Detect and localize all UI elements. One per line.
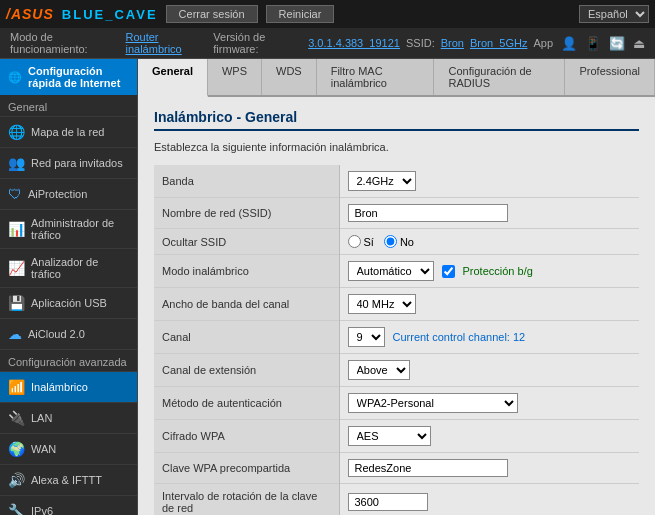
mobile-icon[interactable]: 📱 <box>585 36 601 51</box>
sidebar-label-admin-trafico: Administrador de tráfico <box>31 217 129 241</box>
sidebar-item-admin-trafico[interactable]: 📊 Administrador de tráfico <box>0 210 137 249</box>
row-autenticacion: Método de autenticación Open System WPA2… <box>154 387 639 420</box>
sidebar-item-aplicacion-usb[interactable]: 💾 Aplicación USB <box>0 288 137 319</box>
person-icon[interactable]: 👤 <box>561 36 577 51</box>
main-layout: 🌐 Configuración rápida de Internet Gener… <box>0 59 655 515</box>
general-section-label: General <box>0 95 137 117</box>
firmware-label: Versión de firmware: <box>213 31 302 55</box>
input-clave-wpa[interactable] <box>348 459 508 477</box>
checkbox-proteccion[interactable] <box>442 265 455 278</box>
advanced-section-label: Configuración avanzada <box>0 350 137 372</box>
proteccion-label: Protección b/g <box>463 265 533 277</box>
icon-group: App 👤 📱 🔄 ⏏ <box>533 36 645 51</box>
select-modo[interactable]: Automático <box>348 261 434 281</box>
sidebar-item-lan[interactable]: 🔌 LAN <box>0 403 137 434</box>
label-ancho-banda: Ancho de banda del canal <box>154 288 339 321</box>
sidebar-item-red-invitados[interactable]: 👥 Red para invitados <box>0 148 137 179</box>
radio-si[interactable] <box>348 235 361 248</box>
page-title: Inalámbrico - General <box>154 109 639 131</box>
select-autenticacion[interactable]: Open System WPA2-Personal WPA-Auto <box>348 393 518 413</box>
alexa-icon: 🔊 <box>8 472 25 488</box>
tab-radius[interactable]: Configuración de RADIUS <box>434 59 565 95</box>
ssid2[interactable]: Bron_5GHz <box>470 37 527 49</box>
brand-name: BLUE_CAVE <box>62 7 158 22</box>
select-canal-extension[interactable]: Above Below <box>348 360 410 380</box>
sidebar-label-aicloud: AiCloud 2.0 <box>28 328 85 340</box>
tab-bar: General WPS WDS Filtro MAC inalámbrico C… <box>138 59 655 97</box>
top-bar: /ASUS BLUE_CAVE Cerrar sesión Reiniciar … <box>0 0 655 28</box>
label-cifrado-wpa: Cifrado WPA <box>154 420 339 453</box>
tab-filtro-mac[interactable]: Filtro MAC inalámbrico <box>317 59 435 95</box>
sidebar-item-aiprotection[interactable]: 🛡 AiProtection <box>0 179 137 210</box>
info-bar: Modo de funcionamiento: Router inalámbri… <box>0 28 655 59</box>
logout-icon[interactable]: ⏏ <box>633 36 645 51</box>
row-canal-extension: Canal de extensión Above Below <box>154 354 639 387</box>
select-cifrado[interactable]: AES TKIP TKIP+AES <box>348 426 431 446</box>
sidebar-item-alexa[interactable]: 🔊 Alexa & IFTTT <box>0 465 137 496</box>
label-clave-wpa: Clave WPA precompartida <box>154 453 339 484</box>
modo-inalambrico-row: Automático Protección b/g <box>348 261 632 281</box>
sidebar-label-red-invitados: Red para invitados <box>31 157 123 169</box>
select-banda[interactable]: 2.4GHz 5GHz <box>348 171 416 191</box>
label-canal-extension: Canal de extensión <box>154 354 339 387</box>
row-ancho-banda: Ancho de banda del canal 20 MHz 40 MHz <box>154 288 639 321</box>
canal-row: 9 Current control channel: 12 <box>348 327 632 347</box>
input-intervalo[interactable] <box>348 493 428 511</box>
shield-icon: 🛡 <box>8 186 22 202</box>
label-ssid: Nombre de red (SSID) <box>154 198 339 229</box>
sidebar-label-alexa: Alexa & IFTTT <box>31 474 102 486</box>
tab-professional[interactable]: Professional <box>565 59 655 95</box>
select-ancho-banda[interactable]: 20 MHz 40 MHz <box>348 294 416 314</box>
users-icon: 👥 <box>8 155 25 171</box>
radio-no[interactable] <box>384 235 397 248</box>
tab-wds[interactable]: WDS <box>262 59 317 95</box>
network-icon: 🔌 <box>8 410 25 426</box>
sidebar-label-aplicacion-usb: Aplicación USB <box>31 297 107 309</box>
sidebar-item-ipv6[interactable]: 🔧 IPv6 <box>0 496 137 515</box>
refresh-icon[interactable]: 🔄 <box>609 36 625 51</box>
asus-logo: /ASUS <box>6 6 54 22</box>
language-select[interactable]: Español <box>579 5 649 23</box>
content-inner: Inalámbrico - General Establezca la sigu… <box>138 97 655 515</box>
usb-icon: 💾 <box>8 295 25 311</box>
row-intervalo-rotacion: Intervalo de rotación de la clave de red <box>154 484 639 516</box>
sidebar-item-inalambrico[interactable]: 📶 Inalámbrico <box>0 372 137 403</box>
page-description: Establezca la siguiente información inal… <box>154 141 639 153</box>
radio-no-label[interactable]: No <box>384 235 414 248</box>
sidebar-label-mapa-red: Mapa de la red <box>31 126 104 138</box>
ipv6-icon: 🔧 <box>8 503 25 515</box>
input-ssid[interactable] <box>348 204 508 222</box>
globe-icon: 🌐 <box>8 124 25 140</box>
label-intervalo-rotacion: Intervalo de rotación de la clave de red <box>154 484 339 516</box>
globe-icon: 🌐 <box>8 71 22 84</box>
radio-si-label[interactable]: Sí <box>348 235 374 248</box>
select-canal[interactable]: 9 <box>348 327 385 347</box>
app-label: App <box>533 37 553 49</box>
ssid1[interactable]: Bron <box>441 37 464 49</box>
row-canal: Canal 9 Current control channel: 12 <box>154 321 639 354</box>
sidebar-label-inalambrico: Inalámbrico <box>31 381 88 393</box>
quick-setup-label: Configuración rápida de Internet <box>28 65 129 89</box>
label-ocultar-ssid: Ocultar SSID <box>154 229 339 255</box>
tab-general[interactable]: General <box>138 59 208 97</box>
restart-button[interactable]: Reiniciar <box>266 5 335 23</box>
sidebar-item-mapa-red[interactable]: 🌐 Mapa de la red <box>0 117 137 148</box>
label-modo-inalambrico: Modo inalámbrico <box>154 255 339 288</box>
sidebar: 🌐 Configuración rápida de Internet Gener… <box>0 59 138 515</box>
label-autenticacion: Método de autenticación <box>154 387 339 420</box>
tab-wps[interactable]: WPS <box>208 59 262 95</box>
row-clave-wpa: Clave WPA precompartida <box>154 453 639 484</box>
wifi-icon: 📶 <box>8 379 25 395</box>
graph-icon: 📈 <box>8 260 25 276</box>
sidebar-item-analizador-trafico[interactable]: 📈 Analizador de tráfico <box>0 249 137 288</box>
canal-note: Current control channel: 12 <box>393 331 526 343</box>
quick-setup-header[interactable]: 🌐 Configuración rápida de Internet <box>0 59 137 95</box>
close-session-button[interactable]: Cerrar sesión <box>166 5 258 23</box>
mode-link[interactable]: Router inalámbrico <box>125 31 207 55</box>
row-ssid: Nombre de red (SSID) <box>154 198 639 229</box>
sidebar-label-ipv6: IPv6 <box>31 505 53 515</box>
ssid-label: SSID: <box>406 37 435 49</box>
label-canal: Canal <box>154 321 339 354</box>
sidebar-item-aicloud[interactable]: ☁ AiCloud 2.0 <box>0 319 137 350</box>
sidebar-item-wan[interactable]: 🌍 WAN <box>0 434 137 465</box>
